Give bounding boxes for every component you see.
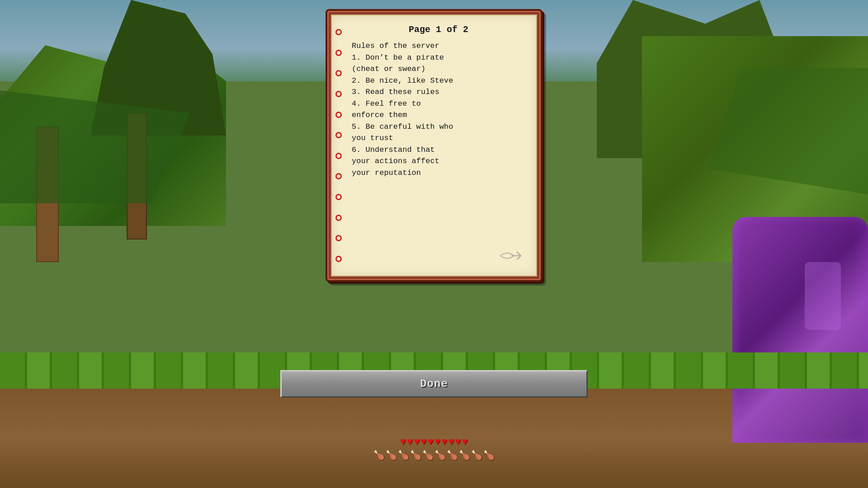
ring-4 [335, 91, 342, 97]
book-content: Rules of the server 1. Don’t be a pirate… [352, 40, 525, 178]
ring-11 [335, 235, 342, 241]
ring-12 [335, 256, 342, 262]
purple-entity [732, 217, 868, 443]
hearts-row: ♥ ♥ ♥ ♥ ♥ ♥ ♥ ♥ ♥ ♥ [400, 436, 468, 448]
food-10: 🍗 [483, 450, 495, 461]
book-frame: Page 1 of 2 Rules of the server 1. Don’t… [326, 9, 542, 282]
next-page-arrow[interactable] [498, 247, 525, 268]
page-header: Page 1 of 2 [352, 24, 525, 35]
ring-3 [335, 70, 342, 76]
ring-9 [335, 194, 342, 200]
heart-6: ♥ [434, 436, 440, 448]
food-4: 🍗 [410, 450, 421, 461]
book-rings [335, 24, 344, 267]
ring-7 [335, 153, 342, 159]
heart-7: ♥ [441, 436, 447, 448]
food-9: 🍗 [471, 450, 482, 461]
heart-9: ♥ [455, 436, 461, 448]
food-8: 🍗 [459, 450, 470, 461]
done-button[interactable]: Done [280, 370, 588, 398]
food-2: 🍗 [386, 450, 397, 461]
ring-2 [335, 50, 342, 56]
ring-5 [335, 112, 342, 118]
book-inner: Page 1 of 2 Rules of the server 1. Don’t… [331, 14, 537, 277]
heart-4: ♥ [421, 436, 427, 448]
done-button-container: Done [280, 370, 588, 398]
book-dialog: Page 1 of 2 Rules of the server 1. Don’t… [326, 9, 542, 282]
food-3: 🍗 [398, 450, 409, 461]
heart-3: ♥ [414, 436, 420, 448]
heart-5: ♥ [428, 436, 434, 448]
food-7: 🍗 [447, 450, 458, 461]
hud-container: ♥ ♥ ♥ ♥ ♥ ♥ ♥ ♥ ♥ ♥ 🍗 🍗 🍗 🍗 🍗 🍗 🍗 🍗 🍗 🍗 [373, 436, 495, 461]
ring-10 [335, 215, 342, 221]
heart-2: ♥ [407, 436, 413, 448]
purple-highlight [805, 262, 841, 330]
heart-10: ♥ [462, 436, 468, 448]
ring-1 [335, 29, 342, 35]
food-5: 🍗 [422, 450, 434, 461]
ring-8 [335, 173, 342, 179]
heart-8: ♥ [448, 436, 454, 448]
food-row: 🍗 🍗 🍗 🍗 🍗 🍗 🍗 🍗 🍗 🍗 [373, 450, 495, 461]
food-6: 🍗 [434, 450, 446, 461]
heart-1: ♥ [400, 436, 406, 448]
food-1: 🍗 [373, 450, 385, 461]
ring-6 [335, 132, 342, 138]
